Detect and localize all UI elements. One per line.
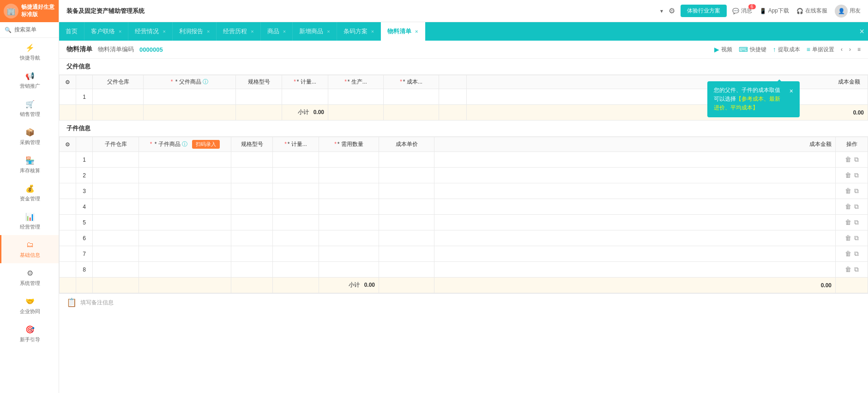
child-row-spec[interactable] (231, 262, 273, 278)
child-row-unit[interactable] (273, 168, 319, 183)
child-row-unit-cost[interactable] (379, 215, 434, 230)
extract-cost-action[interactable]: ↑ 提取成本 (773, 46, 800, 54)
delete-icon[interactable]: 🗑 (845, 156, 851, 163)
copy-icon[interactable]: ⧉ (854, 234, 859, 242)
tab-profit[interactable]: 利润报告 × (173, 22, 217, 41)
delete-icon[interactable]: 🗑 (845, 234, 851, 242)
delete-icon[interactable]: 🗑 (845, 203, 851, 211)
child-row-unit-cost[interactable] (379, 168, 434, 183)
sidebar-item-inventory[interactable]: 🏪 库存核算 (0, 151, 59, 179)
child-row-warehouse[interactable] (93, 199, 139, 215)
copy-icon[interactable]: ⧉ (854, 218, 859, 226)
tab-goods-close[interactable]: × (283, 29, 286, 34)
nav-menu-button[interactable]: ≡ (857, 46, 861, 53)
tab-customer[interactable]: 客户联络 × (84, 22, 128, 41)
delete-icon[interactable]: 🗑 (845, 218, 851, 226)
sidebar-item-operations[interactable]: 📊 经营管理 (0, 207, 59, 235)
child-row-unit-cost[interactable] (379, 199, 434, 215)
child-row-unit-cost[interactable] (379, 183, 434, 199)
child-row-qty[interactable] (319, 183, 379, 199)
tab-barcode[interactable]: 条码方案 × (337, 22, 381, 41)
parent-row-cost[interactable] (384, 89, 439, 105)
tab-new-goods-close[interactable]: × (327, 29, 330, 34)
copy-icon[interactable]: ⧉ (854, 156, 859, 163)
child-row-goods[interactable] (139, 215, 231, 230)
tab-history-close[interactable]: × (251, 29, 253, 34)
child-row-unit[interactable] (273, 152, 319, 168)
copy-icon[interactable]: ⧉ (854, 203, 859, 211)
tooltip-close-button[interactable]: × (790, 86, 793, 96)
settings-gear-icon[interactable]: ⚙ (669, 6, 675, 15)
parent-row-warehouse[interactable] (93, 89, 144, 105)
sidebar-item-guide[interactable]: 🎯 新手引导 (0, 320, 59, 348)
tab-bom-close[interactable]: × (415, 29, 418, 34)
sidebar-item-system[interactable]: ⚙ 系统管理 (0, 263, 59, 291)
parent-row-goods[interactable] (144, 89, 236, 105)
nav-prev-button[interactable]: ‹ (841, 46, 843, 53)
child-row-spec[interactable] (231, 215, 273, 230)
child-row-unit[interactable] (273, 199, 319, 215)
child-row-goods[interactable] (139, 262, 231, 278)
copy-icon[interactable]: ⧉ (854, 187, 859, 195)
user-menu[interactable]: 👤 用友 (835, 5, 861, 18)
child-row-warehouse[interactable] (93, 215, 139, 230)
sidebar-item-finance[interactable]: 💰 资金管理 (0, 179, 59, 207)
tab-new-goods[interactable]: 新增商品 × (293, 22, 337, 41)
tab-customer-close[interactable]: × (119, 29, 121, 34)
app-download-button[interactable]: 📱 App下载 (760, 7, 789, 15)
sidebar-item-purchase[interactable]: 📦 采购管理 (0, 122, 59, 151)
child-row-unit[interactable] (273, 215, 319, 230)
child-row-warehouse[interactable] (93, 230, 139, 246)
parent-row-unit[interactable] (282, 89, 328, 105)
child-row-goods[interactable] (139, 183, 231, 199)
sidebar-item-sales[interactable]: 🛒 销售管理 (0, 94, 59, 122)
tab-operations-close[interactable]: × (163, 29, 165, 34)
tab-home[interactable]: 首页 (59, 22, 84, 41)
child-row-goods[interactable] (139, 168, 231, 183)
copy-icon[interactable]: ⧉ (854, 171, 859, 179)
parent-th-settings[interactable]: ⚙ (60, 75, 76, 89)
child-row-goods[interactable] (139, 246, 231, 262)
tab-profit-close[interactable]: × (207, 29, 210, 34)
sidebar-search[interactable]: 🔍 搜索菜单 (0, 22, 59, 38)
video-action[interactable]: ▶ 视频 (714, 46, 732, 54)
tab-goods[interactable]: 商品 × (261, 22, 293, 41)
child-row-unit[interactable] (273, 230, 319, 246)
online-service-button[interactable]: 🎧 在线客服 (796, 7, 827, 15)
tab-history[interactable]: 经营历程 × (217, 22, 260, 41)
child-row-unit-cost[interactable] (379, 246, 434, 262)
child-row-spec[interactable] (231, 168, 273, 183)
child-row-spec[interactable] (231, 183, 273, 199)
child-row-unit[interactable] (273, 183, 319, 199)
child-row-qty[interactable] (319, 168, 379, 183)
copy-icon[interactable]: ⧉ (854, 250, 859, 258)
child-row-qty[interactable] (319, 215, 379, 230)
tab-bom[interactable]: 物料清单 × (381, 22, 425, 41)
child-row-warehouse[interactable] (93, 183, 139, 199)
nav-next-button[interactable]: › (849, 46, 851, 53)
sidebar-item-quick-nav[interactable]: ⚡ 快捷导航 (0, 38, 59, 66)
child-row-unit-cost[interactable] (379, 230, 434, 246)
child-row-warehouse[interactable] (93, 262, 139, 278)
child-row-qty[interactable] (319, 262, 379, 278)
child-row-spec[interactable] (231, 246, 273, 262)
sidebar-item-marketing[interactable]: 📢 营销推广 (0, 66, 59, 94)
scan-input-button[interactable]: 扫码录入 (192, 140, 220, 149)
child-row-goods[interactable] (139, 152, 231, 168)
delete-icon[interactable]: 🗑 (845, 266, 851, 273)
single-settings-action[interactable]: ≡ 单据设置 (807, 46, 834, 54)
delete-icon[interactable]: 🗑 (845, 187, 851, 195)
child-row-goods[interactable] (139, 199, 231, 215)
parent-row-production[interactable] (328, 89, 384, 105)
child-row-spec[interactable] (231, 230, 273, 246)
child-row-unit[interactable] (273, 262, 319, 278)
child-row-goods[interactable] (139, 230, 231, 246)
child-row-spec[interactable] (231, 152, 273, 168)
tab-operations[interactable]: 经营情况 × (128, 22, 172, 41)
close-all-tabs-button[interactable]: × (859, 27, 864, 36)
copy-icon[interactable]: ⧉ (854, 266, 859, 273)
child-row-qty[interactable] (319, 246, 379, 262)
child-row-unit-cost[interactable] (379, 262, 434, 278)
child-row-warehouse[interactable] (93, 152, 139, 168)
delete-icon[interactable]: 🗑 (845, 171, 851, 179)
